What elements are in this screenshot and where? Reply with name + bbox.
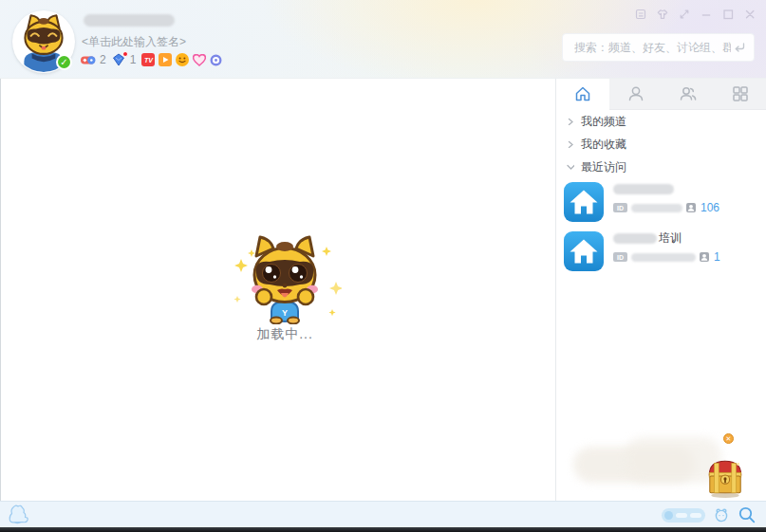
home-icon: [573, 84, 592, 103]
treasure-chest-icon[interactable]: [705, 454, 745, 498]
id-badge: ID: [613, 203, 627, 212]
tab-contacts[interactable]: [609, 79, 662, 110]
username-redacted[interactable]: [84, 14, 175, 27]
footer-right-icons: [662, 502, 757, 528]
promo-banner[interactable]: ✕: [556, 430, 766, 501]
enter-arrow-icon[interactable]: [733, 42, 746, 53]
loading-area: Y 加载中...: [171, 229, 399, 343]
channel-id-redacted: [631, 204, 682, 212]
notification-dot: [122, 51, 128, 57]
mini-mode-icon[interactable]: [677, 7, 691, 21]
svg-text:Y: Y: [282, 308, 288, 318]
right-panel: 我的频道 我的收藏 最近访问 ID: [555, 79, 766, 501]
id-badge: ID: [613, 252, 627, 262]
window-bottom-edge: [0, 527, 766, 532]
chevron-down-icon: [567, 163, 574, 171]
member-count-icon: [700, 252, 709, 262]
channel-tile-icon: [564, 231, 604, 271]
gem-icon[interactable]: [112, 53, 126, 67]
maximize-icon[interactable]: [720, 7, 735, 21]
channel-tile-icon: [564, 182, 604, 222]
section-label: 最近访问: [581, 159, 626, 175]
tab-groups[interactable]: [662, 79, 714, 110]
panel-tabbar: [556, 79, 766, 110]
person-icon: [626, 84, 645, 103]
search-input[interactable]: [572, 40, 733, 55]
footer-counter-pill[interactable]: [662, 508, 705, 523]
tab-channels[interactable]: [556, 79, 609, 110]
channel-title: 培训: [659, 230, 682, 247]
section-my-channels[interactable]: 我的频道: [556, 110, 766, 133]
chevron-right-icon: [567, 140, 574, 148]
section-label: 我的频道: [581, 114, 626, 130]
loading-text: 加载中...: [171, 326, 399, 343]
channel-id-redacted: [631, 253, 696, 262]
gamepad-count: 2: [100, 53, 106, 66]
search-box[interactable]: [562, 33, 755, 62]
news-icon[interactable]: [633, 7, 647, 21]
signature-placeholder[interactable]: <单击此处输入签名>: [82, 34, 186, 50]
yy-mascot-loading: Y: [228, 229, 342, 324]
emoji-badge-icon[interactable]: [176, 53, 189, 66]
channel-title-redacted: [613, 184, 674, 194]
yy-client-window: ✓ <单击此处输入签名> 2 1 TV: [0, 0, 766, 532]
recent-channel-item[interactable]: 培训 ID 1: [556, 228, 766, 277]
profile-badges: 2 1 TV: [80, 52, 222, 67]
grid-icon: [731, 84, 750, 103]
window-controls: [633, 7, 757, 21]
tv-badge-icon[interactable]: TV: [141, 53, 155, 66]
pet-icon[interactable]: [713, 506, 730, 523]
header-bar: ✓ <单击此处输入签名> 2 1 TV: [0, 0, 766, 79]
member-count-icon: [686, 203, 696, 212]
heart-badge-icon[interactable]: [193, 54, 206, 66]
chevron-right-icon: [567, 118, 574, 125]
skin-change-icon[interactable]: [655, 7, 669, 21]
section-my-favorites[interactable]: 我的收藏: [556, 133, 766, 156]
member-count: 106: [701, 201, 719, 214]
footer-mascot-icon[interactable]: [7, 504, 30, 525]
minimize-icon[interactable]: [699, 7, 713, 21]
channel-search-icon[interactable]: [738, 505, 757, 524]
channel-title-redacted: [613, 233, 657, 244]
gamepad-icon[interactable]: [80, 54, 96, 66]
ring-badge-icon[interactable]: [210, 54, 222, 66]
section-recent-visits[interactable]: 最近访问: [556, 156, 766, 178]
tab-apps[interactable]: [714, 79, 766, 110]
online-status-badge[interactable]: ✓: [56, 54, 72, 70]
section-label: 我的收藏: [581, 137, 626, 153]
promo-close-icon[interactable]: ✕: [723, 433, 734, 444]
gem-count: 1: [130, 53, 137, 66]
footer-bar: [0, 501, 766, 527]
recent-channel-item[interactable]: ID 106: [556, 178, 766, 228]
member-count: 1: [714, 250, 720, 264]
people-icon: [679, 84, 698, 103]
video-badge-icon[interactable]: [159, 53, 172, 66]
close-icon[interactable]: [742, 7, 757, 21]
